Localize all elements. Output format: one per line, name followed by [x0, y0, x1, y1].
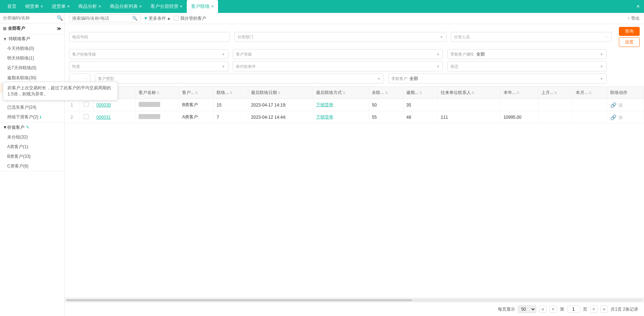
sidebar-item-class-b[interactable]: B类客户(33)	[0, 152, 64, 161]
prev-page-button[interactable]: <	[550, 306, 557, 313]
field-payment-label: 收付款条件	[236, 64, 256, 69]
horizontal-scrollbar[interactable]	[65, 298, 644, 302]
sort-curmonth-icon[interactable]: ⇅	[589, 91, 592, 95]
row1-last-method[interactable]: 下销货单	[313, 99, 369, 111]
row1-actions: 🔗 ⊞	[607, 99, 644, 111]
sidebar-search-icon[interactable]: 🔍	[57, 15, 63, 21]
row2-current-year: 10995.00	[500, 111, 538, 123]
export-button[interactable]: ↑ 导出	[627, 15, 640, 22]
row1-code[interactable]: 000039	[93, 99, 136, 111]
scrollbar-thumb[interactable]	[66, 299, 412, 301]
field-scatter-attr[interactable]: 零散客户属性 全部 ▼	[447, 49, 607, 59]
query-button[interactable]: 查询	[619, 27, 640, 36]
export-icon: ↑	[627, 16, 630, 21]
sort-method-icon[interactable]: ⇅	[343, 91, 346, 95]
sidebar-value-title[interactable]: ▼ 价值客户 ✎	[0, 123, 64, 132]
more-conditions-label: 更多条件	[149, 15, 166, 22]
sidebar-item-today[interactable]: 今天待联络(0)	[0, 44, 64, 53]
sidebar-item-tomorrow[interactable]: 明天待联络(1)	[0, 53, 64, 63]
sidebar-item-7days[interactable]: 近7天待联络(0)	[0, 63, 64, 73]
sidebar-item-ungroup[interactable]: 未分组(32)	[0, 132, 64, 142]
search-wrap: 🔍	[69, 14, 141, 22]
sort-lastmonth-icon[interactable]: ⇅	[554, 91, 557, 95]
customer-level-arrow-icon: ▼	[436, 52, 440, 56]
sidebar-item-churned[interactable]: 已流失客户(24)	[0, 103, 64, 112]
sort-contact-icon[interactable]: ⇅	[230, 91, 232, 95]
field-customer-type[interactable]: 客户类型 ▼	[95, 74, 384, 84]
sidebar-search-input[interactable]	[3, 15, 57, 20]
nav-product-analysis[interactable]: 商品分析 ×	[74, 0, 105, 13]
row2-action-grid-icon[interactable]: ⊞	[618, 114, 623, 120]
sidebar-item-declining[interactable]: 持续下滑客户(2) ℹ	[0, 112, 64, 122]
sort-person-icon[interactable]: ⇅	[472, 91, 474, 95]
page-size-select[interactable]: 50 100 200	[518, 305, 536, 313]
sidebar-waiting-section: ▼ 待联络客户 今天待联络(0) 明天待联络(1) 近7天待联络(0) 逾期未联…	[0, 34, 64, 83]
sidebar-collapse-icon[interactable]: ≫	[57, 26, 61, 31]
row1-checkbox[interactable]	[79, 99, 93, 111]
arrow-down-icon: ▼	[3, 37, 7, 42]
row2-select-checkbox[interactable]	[84, 114, 89, 119]
sidebar-item-overdue[interactable]: 逾期未联络(30)	[0, 73, 64, 83]
my-customers-checkbox[interactable]	[174, 16, 179, 21]
nav-home[interactable]: 首页	[3, 0, 21, 13]
row1-select-checkbox[interactable]	[84, 102, 89, 107]
row1-action-link-icon[interactable]: 🔗	[610, 102, 616, 108]
sort-no-contact-icon[interactable]: ⇅	[385, 91, 388, 95]
page-input[interactable]	[567, 306, 580, 313]
settings-button[interactable]: 设置	[619, 37, 640, 47]
field-phone[interactable]: 电话号码	[69, 32, 230, 42]
field-scatter-customer[interactable]: 零散客户 全部 ▼	[388, 74, 607, 84]
last-page-button[interactable]: »	[601, 306, 608, 313]
row1-action-grid-icon[interactable]: ⊞	[618, 102, 623, 108]
sidebar-item-class-c[interactable]: C类客户(6)	[0, 161, 64, 171]
field-nature-label: 性质	[72, 64, 80, 69]
main-layout: 🔍 ⊞ 全部客户 ≫ ▼ 待联络客户 今天待联络(0) 明天待联络(1) 近7天…	[0, 13, 644, 316]
field-dept-label: 分管部门	[237, 34, 253, 40]
sidebar-value-group: ▼ 价值客户 ✎ 未分组(32) A类客户(1) B类客户(33) C类客户(6…	[0, 123, 64, 172]
row2-name-blurred	[139, 114, 160, 119]
search-icon[interactable]: 🔍	[132, 16, 138, 21]
row2-checkbox[interactable]	[79, 111, 93, 123]
field-customer-level[interactable]: 客户等级 ▼	[233, 49, 443, 59]
field-manager[interactable]: 分管人员 ···	[451, 32, 612, 42]
nav-product-list[interactable]: 商品分析列表 ×	[106, 0, 146, 13]
per-page-label: 每页显示	[498, 306, 515, 312]
col-contact-count: 联络...⇅	[214, 87, 248, 99]
row1-overdue: 35	[403, 99, 438, 111]
row2-code[interactable]: 000031	[93, 111, 136, 123]
table-row: 2 000031 A类客户 7 2023-04-12 14:44: 下销货单 5…	[65, 111, 644, 123]
search-input[interactable]	[72, 16, 132, 21]
edit-icon[interactable]: ✎	[26, 125, 29, 130]
sort-year-icon[interactable]: ⇅	[516, 91, 519, 95]
nav-customer-tier[interactable]: 客户分层经营 ×	[146, 0, 187, 13]
field-nature[interactable]: 性质 ▼	[69, 61, 228, 71]
field-dept[interactable]: 分管部门 ▼	[234, 32, 446, 42]
col-last-month: 上月...⇅	[538, 87, 573, 99]
next-page-button[interactable]: >	[590, 306, 598, 313]
field-payment[interactable]: 收付款条件 ▼	[233, 61, 443, 71]
sidebar-item-class-a[interactable]: A类客户(1)	[0, 142, 64, 152]
sort-name-icon[interactable]: ⇅	[157, 91, 159, 95]
sidebar-all-customers[interactable]: ⊞ 全部客户 ≫	[0, 23, 64, 34]
field-scatter-attr-value: 全部	[476, 51, 600, 57]
field-scatter-customer-label: 零散客户	[392, 76, 407, 81]
more-conditions-btn[interactable]: ▼ 更多条件 ▲	[144, 15, 171, 22]
sort-type-icon[interactable]: ⇅	[195, 91, 198, 95]
nav-purchase[interactable]: 进货单 ×	[47, 0, 74, 13]
sort-overdue-icon[interactable]: ⇅	[419, 91, 422, 95]
sidebar-waiting-title[interactable]: ▼ 待联络客户	[0, 34, 64, 44]
scrollbar-track[interactable]	[66, 299, 643, 301]
nav-customer-contact[interactable]: 客户联络 ×	[187, 0, 218, 13]
window-close-button[interactable]: ×	[635, 2, 641, 11]
field-status-label: 状态	[450, 64, 458, 69]
first-page-button[interactable]: «	[539, 306, 547, 313]
sort-date-icon[interactable]: ⇅	[278, 91, 281, 95]
my-customers-toggle[interactable]: 我分管的客户	[174, 15, 206, 22]
row2-action-link-icon[interactable]: 🔗	[610, 114, 616, 120]
nav-sales[interactable]: 销货单 ×	[21, 0, 47, 13]
field-price-level[interactable]: 客户价格等级 ▼	[69, 49, 228, 59]
col-name: 客户名称⇅	[136, 87, 179, 99]
field-status[interactable]: 状态 ▼	[447, 61, 607, 71]
row2-last-method[interactable]: 下销货单	[313, 111, 369, 123]
row1-name-blurred	[139, 102, 160, 107]
